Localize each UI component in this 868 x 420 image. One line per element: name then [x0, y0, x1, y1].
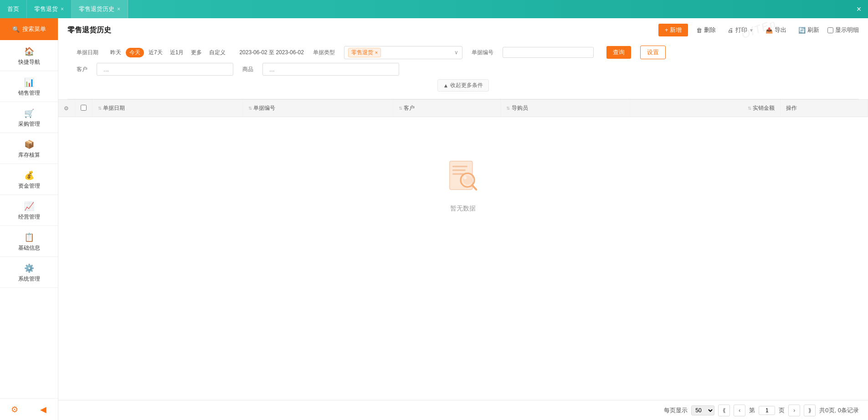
sort-guide-icon[interactable]: ⇅	[506, 106, 510, 111]
date-opt-today[interactable]: 今天	[126, 48, 144, 57]
svg-rect-1	[452, 166, 467, 167]
th-guide: ⇅ 导购员	[501, 100, 630, 117]
sidebar-item-inventory-label: 库存核算	[18, 151, 40, 159]
doc-type-tag-label: 零售退货	[351, 49, 373, 56]
doc-no-input[interactable]	[503, 47, 594, 58]
delete-icon: 🗑	[696, 27, 702, 34]
svg-rect-0	[450, 161, 473, 190]
operations-icon: 📈	[24, 201, 34, 211]
sidebar-item-inventory[interactable]: 📦 库存核算	[0, 133, 58, 164]
collapse-button[interactable]: ▲ 收起更多条件	[437, 79, 489, 92]
tab-retail-return-history-label: 零售退货历史	[79, 5, 114, 13]
finance-icon: 💰	[24, 170, 34, 180]
sidebar-item-sales-mgmt[interactable]: 📊 销售管理	[0, 71, 58, 102]
sidebar-item-operations[interactable]: 📈 经营管理	[0, 195, 58, 226]
page-input[interactable]: 1	[759, 406, 775, 415]
doc-type-input[interactable]: 零售退货 × ∨	[344, 46, 462, 59]
table-settings-icon[interactable]: ⚙	[64, 105, 69, 112]
sidebar-item-operations-label: 经营管理	[18, 213, 40, 221]
prev-page-button[interactable]: ‹	[734, 405, 745, 416]
per-page-label: 每页显示	[664, 406, 688, 415]
refresh-button[interactable]: 🔄 刷新	[795, 24, 823, 36]
sidebar-search[interactable]: 🔍 搜索菜单	[0, 18, 58, 40]
inventory-icon: 📦	[24, 139, 34, 149]
sidebar-item-purchase-mgmt[interactable]: 🛒 采购管理	[0, 102, 58, 133]
select-all-checkbox[interactable]	[81, 105, 87, 111]
th-actual-amount-label: 实销金额	[753, 105, 775, 111]
print-icon: 🖨	[728, 27, 734, 34]
sort-actual-amount-icon[interactable]: ⇅	[748, 106, 751, 111]
window-close-button[interactable]: ×	[850, 0, 868, 18]
goods-label: 商品	[242, 66, 253, 73]
th-customer-label: 客户	[404, 105, 415, 111]
sidebar-item-base-info[interactable]: 📋 基础信息	[0, 226, 58, 257]
delete-label: 删除	[704, 26, 716, 34]
goods-input[interactable]: ...	[262, 63, 399, 76]
sidebar-item-quick-nav[interactable]: 🏠 快捷导航	[0, 40, 58, 71]
sales-icon: 📊	[24, 77, 34, 87]
refresh-icon: 🔄	[798, 27, 806, 34]
sidebar-settings-button[interactable]: ⚙	[0, 399, 29, 420]
date-opt-yesterday[interactable]: 昨天	[108, 48, 124, 57]
page-label: 第	[749, 406, 755, 415]
empty-text: 暂无数据	[450, 205, 476, 213]
date-opt-1month[interactable]: 近1月	[167, 48, 187, 57]
customer-ellipsis[interactable]: ...	[101, 65, 112, 74]
refresh-label: 刷新	[807, 26, 819, 34]
sidebar-item-system-label: 系统管理	[18, 275, 40, 283]
last-page-button[interactable]: ⟫	[804, 405, 816, 416]
sidebar-collapse-button[interactable]: ◀	[29, 399, 58, 420]
query-button[interactable]: 查询	[606, 46, 631, 59]
table-header: ⚙ ⇅ 单据日期 ⇅ 单据编号	[58, 100, 868, 117]
first-page-button[interactable]: ⟪	[718, 405, 730, 416]
doc-type-label: 单据类型	[313, 49, 335, 56]
page-title-row: 零售退货历史 + 新增 🗑 删除 🖨 打印 ▼ 📤 导出	[67, 24, 859, 36]
goods-ellipsis[interactable]: ...	[267, 65, 277, 74]
doc-no-label: 单据编号	[472, 49, 493, 56]
customer-label: 客户	[77, 66, 87, 73]
sidebar-item-system[interactable]: ⚙️ 系统管理	[0, 257, 58, 288]
sidebar-item-purchase-mgmt-label: 采购管理	[18, 120, 40, 128]
per-page-select[interactable]: 50 20 100	[691, 405, 714, 415]
th-checkbox	[75, 100, 92, 117]
main-content: 零售退货历史 + 新增 🗑 删除 🖨 打印 ▼ 📤 导出	[58, 18, 868, 420]
sidebar-item-finance[interactable]: 💰 资金管理	[0, 164, 58, 195]
date-range-value: 2023-06-02 至 2023-06-02	[239, 49, 303, 56]
settings-button[interactable]: 设置	[640, 46, 666, 59]
base-info-icon: 📋	[24, 232, 34, 242]
search-icon: 🔍	[12, 26, 20, 33]
sidebar-item-sales-mgmt-label: 销售管理	[18, 89, 40, 97]
add-button[interactable]: + 新增	[658, 24, 688, 36]
empty-state: 暂无数据	[58, 117, 868, 249]
date-opt-7days[interactable]: 近7天	[146, 48, 165, 57]
date-opt-more[interactable]: 更多	[188, 48, 205, 57]
sidebar-item-finance-label: 资金管理	[18, 182, 40, 190]
svg-rect-3	[452, 173, 464, 174]
sidebar-search-label: 搜索菜单	[22, 25, 46, 33]
print-button[interactable]: 🖨 打印 ▼	[724, 24, 757, 36]
date-label: 单据日期	[77, 49, 98, 56]
show-detail-checkbox[interactable]	[827, 27, 833, 33]
show-detail-check[interactable]: 显示明细	[827, 26, 859, 34]
sort-doc-date-icon[interactable]: ⇅	[98, 106, 102, 111]
tab-retail-return-history-close[interactable]: ×	[117, 6, 120, 12]
doc-type-tag-close[interactable]: ×	[375, 50, 378, 55]
sort-customer-icon[interactable]: ⇅	[399, 106, 402, 111]
show-detail-label: 显示明细	[835, 26, 859, 34]
date-options: 昨天 今天 近7天 近1月 更多 自定义	[108, 48, 228, 57]
export-button[interactable]: 📤 导出	[762, 24, 790, 36]
purchase-icon: 🛒	[24, 108, 34, 118]
svg-point-7	[464, 176, 467, 179]
sort-doc-no-icon[interactable]: ⇅	[248, 106, 252, 111]
customer-input[interactable]: ...	[97, 63, 233, 76]
tab-retail-return[interactable]: 零售退货 ×	[27, 0, 72, 18]
tab-retail-return-close[interactable]: ×	[61, 6, 64, 12]
next-page-button[interactable]: ›	[788, 405, 800, 416]
tab-retail-return-history[interactable]: 零售退货历史 ×	[72, 0, 128, 18]
data-table: ⚙ ⇅ 单据日期 ⇅ 单据编号	[58, 100, 868, 249]
date-opt-custom[interactable]: 自定义	[206, 48, 228, 57]
delete-button[interactable]: 🗑 删除	[693, 24, 719, 36]
th-actions: 操作	[781, 100, 868, 117]
tab-home[interactable]: 首页	[0, 0, 27, 18]
main-layout: 🔍 搜索菜单 🏠 快捷导航 📊 销售管理 🛒 采购管理 📦 库存核算 💰 资金管…	[0, 18, 868, 420]
